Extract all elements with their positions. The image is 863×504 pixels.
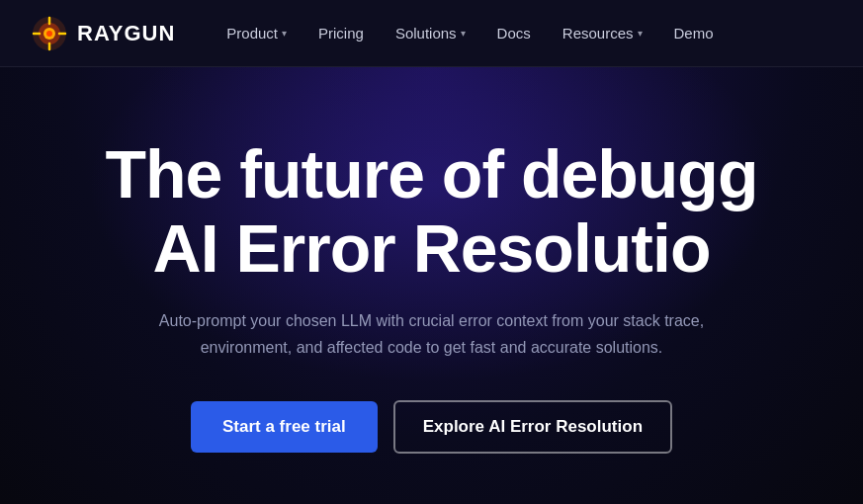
nav-link-product[interactable]: Product ▾ <box>215 17 299 49</box>
nav-link-pricing[interactable]: Pricing <box>306 17 376 49</box>
start-trial-button[interactable]: Start a free trial <box>191 401 378 453</box>
nav-item-demo[interactable]: Demo <box>662 17 726 49</box>
hero-title-line2: AI Error Resolutio <box>153 210 711 286</box>
nav-item-solutions[interactable]: Solutions ▾ <box>384 17 477 49</box>
svg-point-3 <box>46 31 52 37</box>
nav-item-docs[interactable]: Docs <box>485 17 543 49</box>
explore-ai-button[interactable]: Explore AI Error Resolution <box>393 400 672 454</box>
nav-item-product[interactable]: Product ▾ <box>215 17 299 49</box>
nav-links: Product ▾ Pricing Solutions ▾ Docs Resou… <box>215 17 725 49</box>
logo-icon <box>32 16 67 51</box>
hero-cta-group: Start a free trial Explore AI Error Reso… <box>191 400 672 454</box>
hero-title: The future of debugg AI Error Resolutio <box>106 137 758 286</box>
chevron-down-icon: ▾ <box>461 28 466 39</box>
nav-link-demo[interactable]: Demo <box>662 17 726 49</box>
nav-item-pricing[interactable]: Pricing <box>306 17 376 49</box>
hero-title-line1: The future of debugg <box>106 136 758 211</box>
chevron-down-icon: ▾ <box>638 28 643 39</box>
logo-wordmark: RAYGUN <box>77 21 175 46</box>
nav-item-resources[interactable]: Resources ▾ <box>551 17 654 49</box>
chevron-down-icon: ▾ <box>282 28 287 39</box>
nav-link-docs[interactable]: Docs <box>485 17 543 49</box>
navigation: RAYGUN Product ▾ Pricing Solutions ▾ Doc… <box>0 0 863 67</box>
hero-subtitle: Auto-prompt your chosen LLM with crucial… <box>145 308 719 361</box>
logo[interactable]: RAYGUN <box>32 16 175 51</box>
nav-link-solutions[interactable]: Solutions ▾ <box>384 17 477 49</box>
hero-section: The future of debugg AI Error Resolutio … <box>0 67 863 504</box>
nav-link-resources[interactable]: Resources ▾ <box>551 17 654 49</box>
